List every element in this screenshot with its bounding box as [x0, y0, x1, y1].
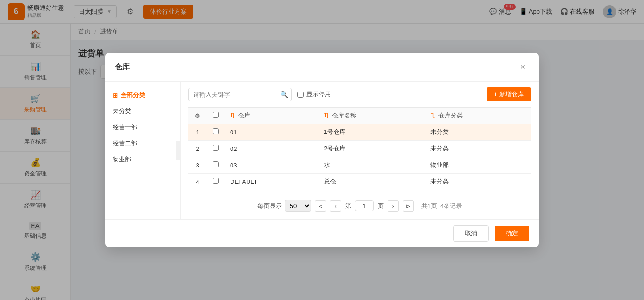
row2-code: 02 [224, 141, 318, 157]
next-page-btn[interactable]: › [388, 200, 399, 212]
show-disabled-wrap: 显示停用 [297, 90, 331, 99]
sort-code-icon: ⇅ [230, 112, 235, 119]
th-check [207, 108, 224, 124]
tree-all-label: 全部分类 [121, 91, 145, 100]
per-page-label: 每页显示 [257, 202, 282, 210]
row4-code: DEFAULT [224, 174, 318, 190]
row2-checkbox[interactable] [213, 145, 219, 151]
dialog-body: ⊞ 全部分类 未分类 经营一部 经营二部 物业部 [105, 82, 539, 219]
table-wrap: ⚙ ⇅ 仓库... [188, 107, 531, 190]
row1-code: 01 [224, 124, 318, 141]
table-row[interactable]: 1 01 1号仓库 未分类 [188, 124, 531, 141]
row4-num: 4 [188, 174, 207, 190]
pagination: 每页显示 10 20 50 100 ⊲ ‹ 第 页 [188, 194, 531, 214]
row2-num: 2 [188, 141, 207, 157]
row4-category: 未分类 [425, 174, 531, 190]
show-disabled-label: 显示停用 [306, 90, 331, 99]
warehouse-dialog: 仓库 × ⊞ 全部分类 未分类 经营一部 [105, 53, 539, 247]
row1-check [207, 124, 224, 141]
row3-check [207, 157, 224, 174]
per-page-wrap: 每页显示 10 20 50 100 [257, 200, 311, 212]
page-input[interactable] [355, 200, 374, 211]
modal-overlay: 仓库 × ⊞ 全部分类 未分类 经营一部 [0, 0, 644, 300]
row3-name: 水 [318, 157, 425, 174]
first-page-btn[interactable]: ⊲ [315, 200, 326, 212]
tree-ops2-label: 经营二部 [113, 139, 137, 148]
table-row[interactable]: 3 03 水 物业部 [188, 157, 531, 174]
tree-all-icon: ⊞ [113, 92, 118, 99]
tree-ops1-label: 经营一部 [113, 123, 137, 132]
add-warehouse-btn[interactable]: + 新增仓库 [487, 87, 531, 101]
sort-name-icon: ⇅ [324, 112, 329, 119]
page-num-label: 第 [345, 202, 351, 210]
dialog-title: 仓库 [115, 62, 130, 72]
row3-checkbox[interactable] [213, 161, 219, 167]
row4-name: 总仓 [318, 174, 425, 190]
prev-page-btn[interactable]: ‹ [330, 200, 341, 212]
row1-category: 未分类 [425, 124, 531, 141]
dialog-content-panel: 🔍 显示停用 + 新增仓库 [181, 82, 539, 219]
table-row[interactable]: 2 02 2号仓库 未分类 [188, 141, 531, 157]
tree-panel-toggle[interactable]: « [176, 141, 181, 160]
row2-category: 未分类 [425, 141, 531, 157]
show-disabled-checkbox[interactable] [297, 92, 304, 98]
warehouse-table: ⚙ ⇅ 仓库... [188, 107, 531, 190]
tree-item-ops2[interactable]: 经营二部 [105, 135, 180, 151]
last-page-btn[interactable]: ⊳ [403, 200, 414, 212]
search-input-wrap: 🔍 [188, 88, 292, 101]
tree-item-uncategorized[interactable]: 未分类 [105, 103, 180, 119]
total-info: 共1页, 4条记录 [421, 202, 462, 210]
per-page-select[interactable]: 10 20 50 100 [285, 200, 311, 212]
page-label: 页 [378, 202, 384, 210]
tree-item-property[interactable]: 物业部 [105, 151, 180, 167]
row1-num: 1 [188, 124, 207, 141]
row3-category: 物业部 [425, 157, 531, 174]
search-bar: 🔍 显示停用 + 新增仓库 [188, 87, 531, 101]
tree-item-all[interactable]: ⊞ 全部分类 [105, 87, 180, 103]
row4-check [207, 174, 224, 190]
tree-uncategorized-label: 未分类 [113, 107, 131, 116]
sort-category-icon: ⇅ [430, 112, 436, 119]
row2-name: 2号仓库 [318, 141, 425, 157]
row1-checkbox[interactable] [213, 128, 219, 134]
th-gear: ⚙ [188, 108, 207, 124]
confirm-button[interactable]: 确定 [495, 226, 529, 241]
row3-num: 3 [188, 157, 207, 174]
table-row[interactable]: 4 DEFAULT 总仓 未分类 [188, 174, 531, 190]
dialog-close-btn[interactable]: × [516, 60, 529, 74]
th-name: ⇅ 仓库名称 [318, 108, 425, 124]
search-input[interactable] [188, 88, 292, 101]
row4-checkbox[interactable] [213, 178, 219, 184]
gear-header-icon[interactable]: ⚙ [195, 112, 200, 119]
table-header-row: ⚙ ⇅ 仓库... [188, 108, 531, 124]
cancel-button[interactable]: 取消 [453, 225, 489, 242]
tree-item-ops1[interactable]: 经营一部 [105, 119, 180, 135]
table-body: 1 01 1号仓库 未分类 [188, 124, 531, 190]
row2-check [207, 141, 224, 157]
toggle-icon: « [180, 148, 181, 153]
row3-code: 03 [224, 157, 318, 174]
tree-panel: ⊞ 全部分类 未分类 经营一部 经营二部 物业部 [105, 82, 181, 219]
tree-property-label: 物业部 [113, 155, 131, 164]
select-all-checkbox[interactable] [213, 112, 219, 118]
th-code: ⇅ 仓库... [224, 108, 318, 124]
dialog-header: 仓库 × [105, 53, 539, 82]
th-category: ⇅ 仓库分类 [425, 108, 531, 124]
search-icon[interactable]: 🔍 [280, 91, 288, 98]
dialog-footer: 取消 确定 [105, 219, 539, 247]
row1-name: 1号仓库 [318, 124, 425, 141]
